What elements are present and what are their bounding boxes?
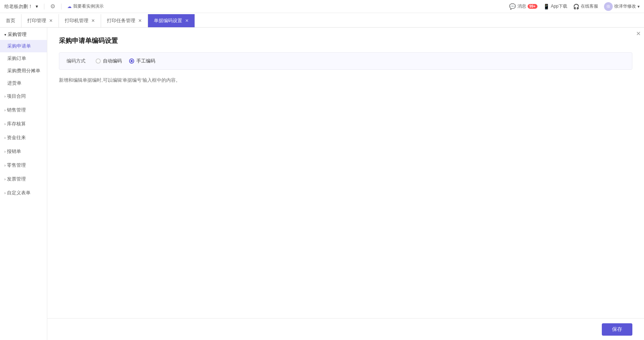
app-download-link[interactable]: 📱 App下载	[543, 3, 567, 9]
top-bar: 给老板勿删！ ▾ ⚙ ☁ 我要看实例演示 💬 消息 99+ 📱 App下载 🎧 …	[0, 0, 644, 13]
sidebar-item-inventory[interactable]: › 库存核算	[0, 117, 47, 131]
radio-label-auto: 自动编码	[103, 58, 122, 64]
radio-group-encoding: 自动编码 手工编码	[96, 58, 155, 64]
chevron-right-icon-8: ›	[4, 191, 5, 195]
sidebar-item-purchase-request[interactable]: 采购申请单	[0, 40, 47, 52]
cloud-icon: ☁	[67, 4, 72, 9]
tab-close-barcode-setting[interactable]: ✕	[185, 18, 189, 23]
main-layout: ▾ 采购管理 采购申请单 采购订单 采购费用分摊单 进货单 › 项目合同 › 销…	[0, 28, 644, 340]
sidebar-group-title-purchase[interactable]: ▾ 采购管理	[0, 28, 47, 40]
content-area: 采购申请单编码设置 编码方式 自动编码 手工编码	[47, 28, 644, 340]
headset-icon: 🎧	[573, 4, 579, 9]
sidebar-item-invoice-mgmt[interactable]: › 发票管理	[0, 172, 47, 186]
chevron-right-icon-2: ›	[4, 108, 5, 112]
sidebar-item-custom-form[interactable]: › 自定义表单	[0, 186, 47, 200]
radio-manual-encoding[interactable]: 手工编码	[129, 58, 155, 64]
encoding-label: 编码方式	[67, 58, 87, 64]
example-link[interactable]: ☁ 我要看实例演示	[67, 3, 104, 9]
chevron-right-icon-4: ›	[4, 136, 5, 140]
tab-bar: 首页 打印管理 ✕ 打印机管理 ✕ 打印任务管理 ✕ 单据编码设置 ✕	[0, 13, 644, 28]
chevron-right-icon-1: ›	[4, 94, 5, 98]
tab-close-print-mgmt[interactable]: ✕	[49, 18, 53, 23]
hint-text: 新增和编辑单据编时,可以编辑'单据编号'输入框中的内容。	[59, 77, 632, 84]
message-link[interactable]: 💬 消息 99+	[509, 3, 537, 10]
title-dropdown[interactable]: ▾	[36, 4, 38, 9]
download-icon: 📱	[543, 4, 549, 9]
settings-icon[interactable]: ⚙	[50, 3, 55, 10]
app-title: 给老板勿删！	[4, 3, 33, 10]
chevron-right-icon-6: ›	[4, 163, 5, 167]
sidebar: ▾ 采购管理 采购申请单 采购订单 采购费用分摊单 进货单 › 项目合同 › 销…	[0, 28, 47, 340]
content-footer: 保存	[47, 318, 644, 340]
avatar: 徐	[604, 2, 613, 11]
top-bar-right: 💬 消息 99+ 📱 App下载 🎧 在线客服 徐 徐泽华修改 ▾	[509, 2, 640, 11]
sidebar-item-project-contract[interactable]: › 项目合同	[0, 89, 47, 103]
chevron-right-icon-3: ›	[4, 122, 5, 126]
radio-circle-auto	[96, 58, 101, 64]
tab-print-task[interactable]: 打印任务管理 ✕	[101, 14, 148, 27]
tab-close-print-task[interactable]: ✕	[138, 18, 142, 23]
sidebar-item-sales-mgmt[interactable]: › 销售管理	[0, 103, 47, 117]
sidebar-item-purchase-fee[interactable]: 采购费用分摊单	[0, 65, 47, 77]
user-profile[interactable]: 徐 徐泽华修改 ▾	[604, 2, 640, 11]
tab-printer-mgmt[interactable]: 打印机管理 ✕	[59, 14, 101, 27]
user-chevron-icon: ▾	[637, 4, 640, 9]
online-service-link[interactable]: 🎧 在线客服	[573, 3, 598, 9]
chevron-down-icon: ▾	[36, 4, 38, 9]
sidebar-item-retail-mgmt[interactable]: › 零售管理	[0, 158, 47, 172]
sidebar-item-stock-in[interactable]: 进货单	[0, 77, 47, 89]
chevron-right-icon-7: ›	[4, 177, 5, 181]
message-badge: 99+	[528, 4, 537, 9]
sidebar-group-purchase: ▾ 采购管理 采购申请单 采购订单 采购费用分摊单 进货单	[0, 28, 47, 89]
content-inner: 采购申请单编码设置 编码方式 自动编码 手工编码	[47, 28, 644, 318]
page-title: 采购申请单编码设置	[59, 36, 632, 45]
tab-print-mgmt[interactable]: 打印管理 ✕	[21, 14, 59, 27]
chevron-right-icon-5: ›	[4, 150, 5, 154]
radio-auto-encoding[interactable]: 自动编码	[96, 58, 122, 64]
window-close-button[interactable]: ✕	[632, 28, 644, 39]
chevron-down-icon-purchase: ▾	[4, 33, 6, 37]
radio-circle-manual	[129, 58, 134, 64]
message-icon: 💬	[509, 3, 516, 10]
sidebar-item-purchase-order[interactable]: 采购订单	[0, 52, 47, 65]
tab-close-printer-mgmt[interactable]: ✕	[91, 18, 95, 23]
encoding-section: 编码方式 自动编码 手工编码	[59, 52, 632, 70]
radio-label-manual: 手工编码	[136, 58, 155, 64]
tab-home[interactable]: 首页	[0, 14, 21, 27]
sidebar-item-funds[interactable]: › 资金往来	[0, 131, 47, 145]
save-button[interactable]: 保存	[602, 323, 632, 336]
tab-barcode-setting[interactable]: 单据编码设置 ✕	[148, 14, 195, 27]
sidebar-item-returns[interactable]: › 报销单	[0, 145, 47, 158]
top-bar-left: 给老板勿删！ ▾ ⚙ ☁ 我要看实例演示	[4, 3, 104, 10]
